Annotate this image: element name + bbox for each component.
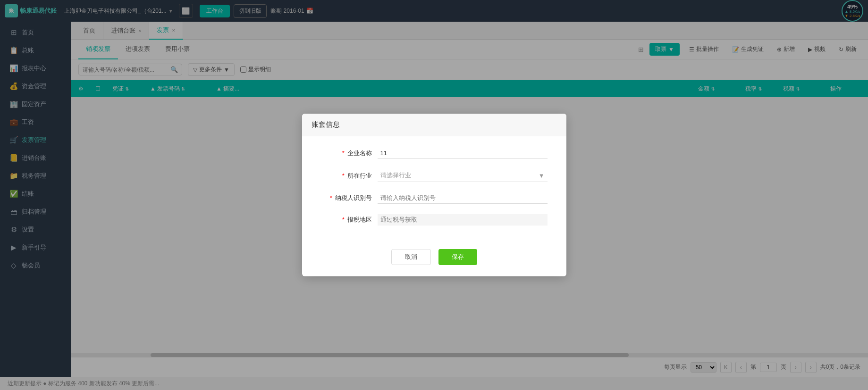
enterprise-label: * 企业名称: [321, 149, 378, 158]
dialog: 账套信息 * 企业名称 * 所在行业 请选择行业 ▼: [302, 114, 566, 276]
taxregion-input: [378, 214, 548, 225]
form-row-enterprise: * 企业名称: [321, 148, 548, 159]
industry-placeholder: 请选择行业: [380, 171, 411, 180]
form-row-taxregion: * 报税地区: [321, 214, 548, 225]
industry-select[interactable]: 请选择行业 ▼: [378, 169, 548, 182]
dialog-title: 账套信息: [312, 120, 340, 128]
save-button[interactable]: 保存: [438, 249, 477, 265]
industry-arrow: ▼: [539, 172, 545, 179]
taxid-input[interactable]: [378, 192, 548, 204]
modal-overlay[interactable]: 账套信息 * 企业名称 * 所在行业 请选择行业 ▼: [0, 0, 868, 390]
taxid-label: * 纳税人识别号: [321, 194, 378, 202]
cancel-button[interactable]: 取消: [391, 249, 431, 265]
dialog-header: 账套信息: [302, 114, 566, 136]
dialog-footer: 取消 保存: [302, 245, 566, 276]
industry-label: * 所在行业: [321, 172, 378, 180]
enterprise-name-input[interactable]: [378, 148, 548, 159]
taxregion-label: * 报税地区: [321, 216, 378, 224]
dialog-body: * 企业名称 * 所在行业 请选择行业 ▼ *: [302, 136, 566, 245]
form-row-industry: * 所在行业 请选择行业 ▼: [321, 169, 548, 182]
form-row-taxid: * 纳税人识别号: [321, 192, 548, 204]
